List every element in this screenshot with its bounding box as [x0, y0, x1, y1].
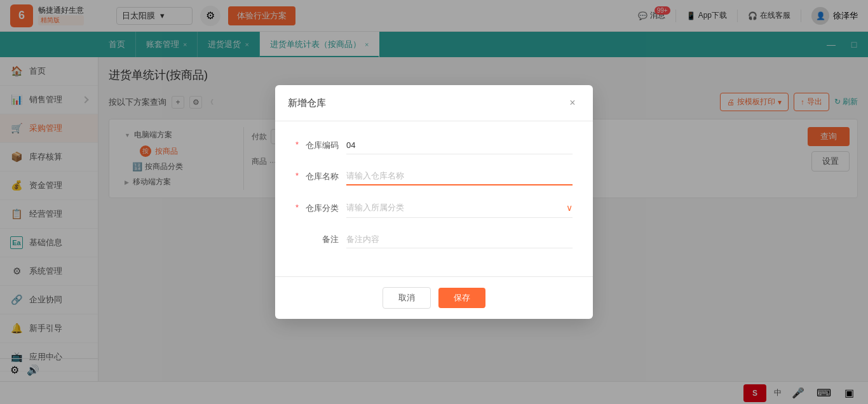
warehouse-name-input[interactable] — [346, 167, 573, 185]
new-warehouse-modal: 新增仓库 × 仓库编码 仓库名称 仓库分类 请输入所属分类 ∨ — [275, 85, 593, 319]
modal-footer: 取消 保存 — [275, 276, 593, 319]
warehouse-code-input[interactable] — [346, 137, 573, 154]
modal-title: 新增仓库 — [288, 97, 326, 109]
chevron-down-icon: ∨ — [566, 203, 573, 213]
modal-header: 新增仓库 × — [275, 85, 593, 121]
category-select[interactable]: 请输入所属分类 ∨ — [346, 198, 573, 218]
category-label: 仓库分类 — [295, 203, 346, 214]
name-label: 仓库名称 — [295, 171, 346, 182]
code-label: 仓库编码 — [295, 140, 346, 151]
category-placeholder: 请输入所属分类 — [346, 202, 404, 213]
remark-input[interactable] — [346, 231, 573, 248]
form-row-code: 仓库编码 — [295, 137, 573, 154]
form-row-category: 仓库分类 请输入所属分类 ∨ — [295, 198, 573, 218]
save-button[interactable]: 保存 — [438, 288, 485, 308]
form-row-name: 仓库名称 — [295, 167, 573, 185]
cancel-button[interactable]: 取消 — [383, 287, 431, 309]
modal-body: 仓库编码 仓库名称 仓库分类 请输入所属分类 ∨ 备注 — [275, 121, 593, 276]
modal-overlay[interactable]: 新增仓库 × 仓库编码 仓库名称 仓库分类 请输入所属分类 ∨ — [0, 0, 868, 404]
modal-close-button[interactable]: × — [565, 95, 580, 111]
form-row-remark: 备注 — [295, 231, 573, 248]
remark-label: 备注 — [295, 234, 346, 245]
